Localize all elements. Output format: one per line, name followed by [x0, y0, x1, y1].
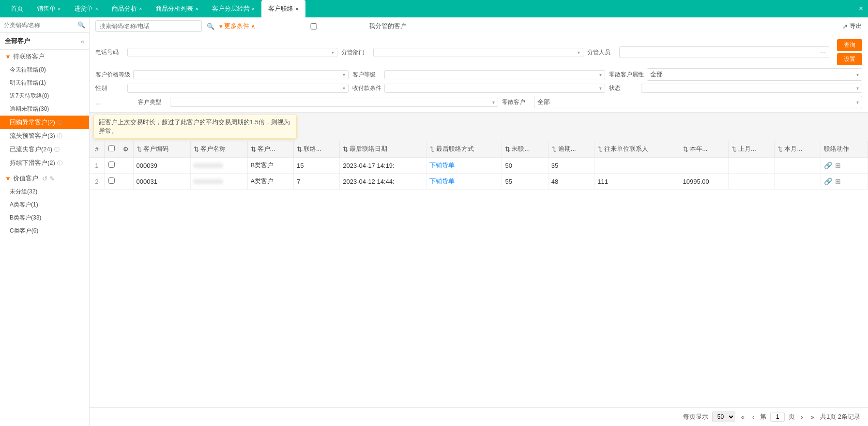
- pending-section-title[interactable]: ▼ 待联络客户: [0, 50, 89, 63]
- sidebar-item-7days-pending[interactable]: 近7天待联络(0): [0, 89, 89, 103]
- row2-grid-icon[interactable]: ⊞: [835, 177, 841, 185]
- page-input[interactable]: [770, 412, 785, 422]
- customer-type-select[interactable]: ▾: [170, 98, 498, 107]
- row1-checkbox[interactable]: [108, 162, 115, 168]
- dept-label: 分管部门: [341, 48, 370, 57]
- row2-level: A类客户: [247, 174, 293, 190]
- window-close-icon[interactable]: ×: [859, 4, 863, 13]
- settings-button[interactable]: 设置: [837, 53, 862, 65]
- col-level-label: 客户...: [258, 145, 275, 153]
- row2-action: 🔗 ⊞: [821, 174, 868, 190]
- row2-checkbox[interactable]: [108, 177, 115, 184]
- person-dots-icon[interactable]: ···: [820, 48, 826, 56]
- nav-home[interactable]: 首页: [4, 0, 30, 17]
- search-input[interactable]: [95, 20, 202, 32]
- my-customer-checkbox[interactable]: [260, 23, 367, 29]
- nav-product-analysis-list[interactable]: 商品分析列表 ×: [149, 0, 205, 17]
- select-all-checkbox[interactable]: [108, 145, 115, 151]
- col-level[interactable]: ⇅客户...: [247, 141, 293, 158]
- col-this-month-label: 本月...: [784, 145, 802, 153]
- sort-date-icon: ⇅: [343, 146, 348, 153]
- gender-select[interactable]: ▾: [127, 84, 349, 93]
- row1-unread: 50: [502, 158, 548, 174]
- row1-last-method[interactable]: 下销货单: [426, 158, 502, 174]
- export-btn[interactable]: ↗ 导出: [842, 22, 862, 30]
- sidebar-item-lost-customers[interactable]: 已流失客户(24) ⓘ: [0, 143, 89, 156]
- sidebar-item-today-pending[interactable]: 今天待联络(0): [0, 63, 89, 76]
- table-header-row: # ⚙ ⇅客户编码 ⇅客户名称 ⇅客户... ⇅联络... ⇅最后联络日期 ⇅最…: [90, 141, 868, 158]
- price-level-select[interactable]: ▾: [133, 70, 349, 79]
- payment-select[interactable]: ▾: [384, 84, 606, 93]
- sidebar-item-overdue-pending[interactable]: 逾期未联络(30): [0, 103, 89, 116]
- sidebar-item-loss-warning[interactable]: 流失预警客户(3) ⓘ: [0, 129, 89, 143]
- table-area[interactable]: # ⚙ ⇅客户编码 ⇅客户名称 ⇅客户... ⇅联络... ⇅最后联络日期 ⇅最…: [90, 141, 868, 407]
- dots-btn[interactable]: ...: [95, 98, 101, 106]
- search-icon[interactable]: 🔍: [207, 23, 214, 30]
- prev-page-btn[interactable]: ‹: [750, 412, 756, 422]
- first-page-btn[interactable]: «: [739, 412, 746, 422]
- query-button[interactable]: 查询: [837, 39, 862, 51]
- col-settings[interactable]: ⚙: [119, 141, 133, 158]
- pagination-bar: 每页显示 50 « ‹ 第 页 › » 共1页 2条记录: [90, 407, 868, 426]
- col-overdue-label: 逾期...: [558, 145, 576, 153]
- last-page-btn[interactable]: »: [809, 412, 816, 422]
- nav-product-analysis[interactable]: 商品分析 ×: [105, 0, 149, 17]
- col-contact[interactable]: ⇅联络...: [293, 141, 339, 158]
- col-this-month[interactable]: ⇅本月...: [775, 141, 821, 158]
- my-customer-checkbox-container: 我分管的客户: [260, 22, 407, 30]
- retail-attr-select[interactable]: 全部 ▾: [647, 68, 862, 81]
- nav-customer-contact[interactable]: 客户联络 ×: [261, 0, 305, 17]
- sidebar-all-customers[interactable]: 全部客户 «: [0, 33, 89, 50]
- retail-attr-caret-icon: ▾: [856, 72, 859, 77]
- col-unread[interactable]: ⇅未联...: [502, 141, 548, 158]
- row1-checkbox-cell[interactable]: [104, 158, 119, 174]
- value-edit-icon[interactable]: ✎: [49, 175, 55, 182]
- dept-select[interactable]: ▾: [373, 48, 583, 57]
- retail-attr-label: 零散客户属性: [609, 71, 644, 79]
- sort-unread-icon: ⇅: [505, 146, 510, 153]
- row2-connect-icon[interactable]: 🔗: [824, 177, 832, 185]
- row2-last-method[interactable]: 下销货单: [426, 174, 502, 190]
- value-section-title[interactable]: ▼ 价值客户 ↺ ✎: [0, 172, 89, 185]
- status-select[interactable]: ▾: [641, 84, 862, 93]
- col-code[interactable]: ⇅客户编码: [133, 141, 190, 158]
- col-last-date[interactable]: ⇅最后联络日期: [340, 141, 426, 158]
- col-last-method[interactable]: ⇅最后联络方式: [426, 141, 502, 158]
- nav-sales[interactable]: 销售单 ×: [30, 0, 67, 17]
- person-select[interactable]: ···: [619, 46, 829, 58]
- sidebar-item-b-class[interactable]: B类客户(33): [0, 211, 89, 224]
- row2-method-link[interactable]: 下销货单: [429, 177, 455, 185]
- retail-customer-select[interactable]: 全部 ▾: [534, 96, 862, 108]
- phone-select[interactable]: ▾: [127, 48, 337, 57]
- sidebar-item-declining-customers[interactable]: 持续下滑客户(2) ⓘ: [0, 156, 89, 170]
- row2-checkbox-cell[interactable]: [104, 174, 119, 190]
- next-page-btn[interactable]: ›: [799, 412, 805, 422]
- per-page-select[interactable]: 50: [712, 411, 735, 422]
- more-conditions-label: 更多条件: [224, 22, 249, 30]
- nav-customer-tier[interactable]: 客户分层经营 ×: [205, 0, 261, 17]
- customer-level-select[interactable]: ▾: [384, 70, 606, 79]
- sidebar-search-input[interactable]: [4, 22, 77, 29]
- more-conditions-btn[interactable]: ▾ 更多条件 ∧: [219, 22, 256, 30]
- sidebar-item-tomorrow-pending[interactable]: 明天待联络(1): [0, 76, 89, 89]
- col-this-year[interactable]: ⇅本年...: [680, 141, 728, 158]
- col-last-month[interactable]: ⇅上月...: [728, 141, 774, 158]
- nav-purchase[interactable]: 进货单 ×: [67, 0, 105, 17]
- sidebar-collapse-icon[interactable]: «: [81, 38, 84, 45]
- row1-connect-icon[interactable]: 🔗: [824, 162, 832, 169]
- sidebar-item-repurchase-anomaly[interactable]: 回购异常客户(2) ⓘ: [0, 116, 89, 129]
- sidebar-item-a-class[interactable]: A类客户(1): [0, 198, 89, 211]
- value-refresh-icon[interactable]: ↺: [42, 175, 47, 182]
- row1-grid-icon[interactable]: ⊞: [835, 162, 841, 169]
- sidebar-search-icon[interactable]: 🔍: [77, 21, 85, 29]
- row2-contact: 7: [293, 174, 339, 190]
- col-overdue[interactable]: ⇅逾期...: [548, 141, 594, 158]
- col-name[interactable]: ⇅客户名称: [190, 141, 247, 158]
- caret-icon: ∧: [251, 23, 256, 30]
- sidebar-item-unclassified[interactable]: 未分组(32): [0, 185, 89, 198]
- row1-method-link[interactable]: 下销货单: [429, 162, 455, 169]
- col-checkbox[interactable]: [104, 141, 119, 158]
- col-unit-contact[interactable]: ⇅往来单位联系人: [594, 141, 680, 158]
- sidebar-item-c-class[interactable]: C类客户(6): [0, 224, 89, 237]
- row2-settings: [119, 174, 133, 190]
